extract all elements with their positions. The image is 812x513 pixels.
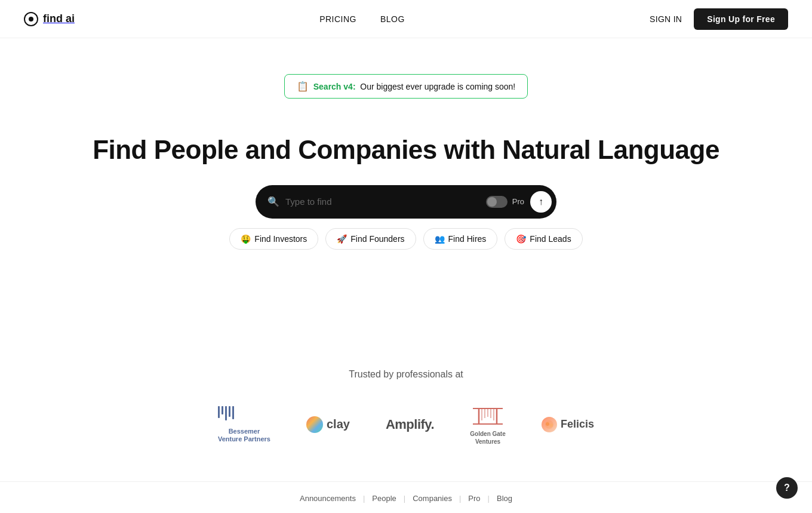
- hero-section: Find People and Companies with Natural L…: [0, 99, 812, 274]
- footer-companies[interactable]: Companies: [405, 494, 459, 503]
- nav-right: SIGN IN Sign Up for Free: [650, 8, 788, 30]
- filter-find-leads[interactable]: 🎯 Find Leads: [505, 228, 582, 250]
- pro-toggle: Pro: [486, 196, 524, 208]
- trusted-label: Trusted by professionals at: [24, 369, 788, 380]
- announcement-icon: 📋: [297, 81, 309, 92]
- trusted-section: Trusted by professionals at BessemerVent…: [0, 369, 812, 481]
- felicis-text: Felicis: [561, 418, 594, 431]
- pro-label: Pro: [512, 197, 524, 206]
- quick-filters: 🤑 Find Investors 🚀 Find Founders 👥 Find …: [229, 228, 582, 250]
- logo-text: find ai: [43, 13, 75, 25]
- find-founders-emoji: 🚀: [337, 234, 347, 244]
- footer-people[interactable]: People: [365, 494, 403, 503]
- filter-find-hires[interactable]: 👥 Find Hires: [423, 228, 498, 250]
- announcement-text: Search v4: Our biggest ever upgrade is c…: [313, 82, 516, 91]
- find-leads-emoji: 🎯: [516, 234, 526, 244]
- bessemer-logo: BessemerVenture Partners: [218, 406, 270, 443]
- find-founders-label: Find Founders: [350, 234, 404, 244]
- logo-icon: [24, 12, 38, 26]
- bessemer-text: BessemerVenture Partners: [218, 428, 270, 443]
- announcement-label: Search v4:: [313, 82, 356, 91]
- find-hires-label: Find Hires: [448, 234, 487, 244]
- filter-find-founders[interactable]: 🚀 Find Founders: [325, 228, 416, 250]
- search-input[interactable]: [285, 196, 480, 207]
- search-bar: 🔍 Pro ↑: [256, 185, 556, 219]
- search-submit-icon: ↑: [539, 196, 543, 207]
- felicis-icon: [542, 417, 557, 432]
- svg-point-11: [549, 423, 553, 427]
- bessemer-lines-icon: [218, 406, 234, 420]
- find-hires-emoji: 👥: [435, 234, 445, 244]
- search-submit-button[interactable]: ↑: [530, 191, 552, 213]
- nav-pricing[interactable]: PRICING: [319, 14, 356, 24]
- footer: Announcements | People | Companies | Pro…: [0, 481, 812, 513]
- footer-blog[interactable]: Blog: [490, 494, 519, 503]
- clay-sphere-icon: [306, 416, 323, 433]
- hero-title: Find People and Companies with Natural L…: [93, 134, 719, 166]
- logo-link[interactable]: find ai: [24, 12, 75, 26]
- search-icon: 🔍: [267, 196, 279, 207]
- company-logo-row: BessemerVenture Partners clay Amplify.: [24, 404, 788, 446]
- find-leads-label: Find Leads: [530, 234, 571, 244]
- announcement-banner: 📋 Search v4: Our biggest ever upgrade is…: [284, 74, 528, 99]
- filter-find-investors[interactable]: 🤑 Find Investors: [229, 228, 318, 250]
- navbar: find ai PRICING BLOG SIGN IN Sign Up for…: [0, 0, 812, 38]
- footer-announcements[interactable]: Announcements: [293, 494, 363, 503]
- amplify-logo: Amplify.: [386, 417, 434, 432]
- find-investors-emoji: 🤑: [241, 234, 251, 244]
- footer-links: Announcements | People | Companies | Pro…: [12, 494, 800, 503]
- amplify-text: Amplify.: [386, 417, 434, 432]
- pro-toggle-track[interactable]: [486, 196, 508, 208]
- svg-point-10: [546, 422, 549, 426]
- footer-pro[interactable]: Pro: [461, 494, 487, 503]
- find-investors-label: Find Investors: [254, 234, 307, 244]
- help-button[interactable]: ?: [776, 477, 798, 499]
- felicis-logo: Felicis: [542, 417, 594, 432]
- sign-up-button[interactable]: Sign Up for Free: [694, 8, 788, 30]
- clay-text: clay: [327, 417, 350, 431]
- sign-in-button[interactable]: SIGN IN: [650, 14, 682, 24]
- golden-gate-text: Golden GateVentures: [470, 430, 505, 446]
- nav-center: PRICING BLOG: [319, 14, 405, 24]
- pro-toggle-thumb: [487, 197, 497, 207]
- nav-blog[interactable]: BLOG: [380, 14, 405, 24]
- golden-gate-bridge-icon: [470, 404, 506, 425]
- golden-gate-logo: Golden GateVentures: [470, 404, 506, 446]
- clay-logo: clay: [306, 416, 350, 433]
